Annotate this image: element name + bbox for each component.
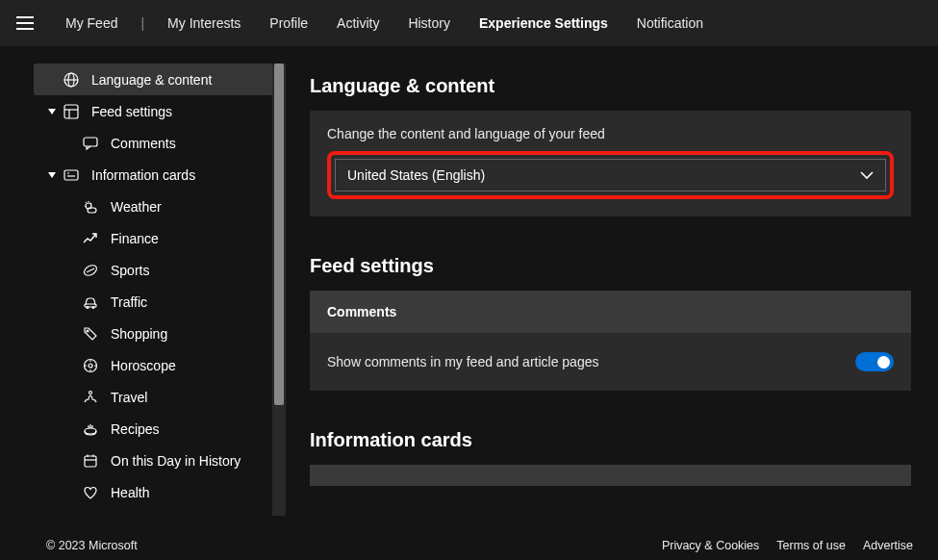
sidebar-item-language-content[interactable]: Language & content	[34, 64, 286, 95]
globe-icon	[63, 71, 80, 89]
sidebar-scrollbar[interactable]	[272, 64, 286, 516]
sidebar-item-label: Information cards	[91, 167, 195, 183]
nav-divider: |	[140, 15, 144, 31]
sidebar-item-traffic[interactable]: Traffic	[34, 286, 286, 318]
feed-settings-panel: Comments Show comments in my feed and ar…	[310, 291, 911, 391]
nav-profile[interactable]: Profile	[262, 12, 316, 35]
footer-link-terms[interactable]: Terms of use	[776, 539, 846, 552]
comments-toggle[interactable]	[855, 352, 894, 371]
footer-links: Privacy & Cookies Terms of use Advertise	[662, 539, 913, 552]
section-title-info-cards: Information cards	[310, 429, 911, 451]
caret-down-icon	[47, 108, 57, 115]
calendar-icon	[82, 452, 99, 470]
svg-point-29	[85, 428, 96, 434]
sidebar-item-label: Traffic	[111, 294, 147, 310]
sidebar-item-weather[interactable]: Weather	[34, 191, 286, 222]
top-nav: My Feed | My Interests Profile Activity …	[0, 0, 938, 46]
nav-my-interests[interactable]: My Interests	[160, 12, 248, 35]
language-panel: Change the content and language of your …	[310, 111, 911, 216]
sidebar-item-label: Weather	[111, 199, 162, 215]
sidebar-item-label: On this Day in History	[111, 453, 241, 469]
sidebar-item-label: Language & content	[91, 72, 212, 88]
svg-rect-7	[64, 105, 78, 118]
comments-toggle-label: Show comments in my feed and article pag…	[327, 354, 598, 369]
svg-rect-33	[85, 456, 96, 467]
sidebar-item-horoscope[interactable]: Horoscope	[34, 349, 286, 381]
language-dropdown-highlight: United States (English)	[327, 151, 894, 199]
sidebar-item-travel[interactable]: Travel	[34, 381, 286, 413]
sidebar-item-label: Feed settings	[91, 104, 172, 119]
sidebar: Language & content Feed settings Comment…	[0, 46, 289, 531]
section-title-feed: Feed settings	[310, 255, 911, 277]
svg-marker-11	[48, 172, 56, 178]
feed-subheader-comments: Comments	[310, 291, 911, 333]
sidebar-item-on-this-day[interactable]: On this Day in History	[34, 445, 286, 476]
nav-activity[interactable]: Activity	[329, 12, 387, 35]
svg-line-17	[87, 268, 94, 272]
sidebar-item-recipes[interactable]: Recipes	[34, 413, 286, 445]
sidebar-item-label: Finance	[111, 231, 159, 246]
traffic-icon	[82, 293, 99, 311]
caret-down-icon	[47, 171, 57, 179]
sidebar-item-label: Recipes	[111, 421, 160, 437]
nav-my-feed[interactable]: My Feed	[58, 12, 125, 35]
sidebar-item-information-cards[interactable]: Information cards	[34, 159, 286, 191]
comments-toggle-row: Show comments in my feed and article pag…	[310, 333, 911, 391]
nav-history[interactable]: History	[400, 12, 458, 35]
footer-link-advertise[interactable]: Advertise	[863, 539, 913, 552]
svg-rect-10	[84, 138, 97, 146]
svg-point-21	[87, 330, 89, 332]
footer-copyright: © 2023 Microsoft	[46, 539, 138, 552]
cards-icon	[63, 166, 80, 184]
hamburger-icon[interactable]	[12, 10, 38, 37]
main-content: Language & content Change the content an…	[289, 46, 938, 531]
nav-experience-settings[interactable]: Experience Settings	[471, 12, 616, 35]
dropdown-selected-value: United States (English)	[347, 167, 485, 183]
health-icon	[82, 484, 99, 501]
svg-rect-12	[64, 170, 78, 180]
sidebar-item-comments[interactable]: Comments	[34, 127, 286, 159]
horoscope-icon	[82, 357, 99, 374]
sidebar-item-feed-settings[interactable]: Feed settings	[34, 95, 286, 127]
svg-marker-6	[48, 109, 56, 115]
info-cards-panel	[310, 465, 911, 486]
svg-point-23	[89, 364, 92, 368]
language-dropdown[interactable]: United States (English)	[335, 159, 886, 191]
sidebar-item-label: Horoscope	[111, 358, 176, 373]
svg-point-28	[89, 391, 92, 394]
footer: © 2023 Microsoft Privacy & Cookies Terms…	[0, 531, 938, 560]
nav-notification[interactable]: Notification	[629, 12, 711, 35]
comment-icon	[82, 135, 99, 152]
weather-icon	[82, 198, 99, 216]
sidebar-item-label: Sports	[111, 263, 149, 278]
recipes-icon	[82, 420, 99, 438]
sidebar-item-health[interactable]: Health	[34, 476, 286, 508]
section-title-language: Language & content	[310, 75, 911, 97]
travel-icon	[82, 389, 99, 406]
footer-link-privacy[interactable]: Privacy & Cookies	[662, 539, 759, 552]
layout-icon	[63, 103, 80, 120]
sidebar-item-sports[interactable]: Sports	[34, 254, 286, 286]
shopping-icon	[82, 325, 99, 343]
sidebar-item-label: Travel	[111, 390, 147, 405]
sidebar-item-finance[interactable]: Finance	[34, 222, 286, 254]
sidebar-item-label: Shopping	[111, 326, 167, 342]
scrollbar-thumb[interactable]	[274, 64, 284, 405]
sidebar-item-shopping[interactable]: Shopping	[34, 318, 286, 349]
sidebar-item-label: Health	[111, 485, 149, 500]
sports-icon	[82, 262, 99, 279]
finance-icon	[82, 230, 99, 247]
language-desc: Change the content and language of your …	[327, 126, 894, 141]
sidebar-item-label: Comments	[111, 136, 176, 151]
chevron-down-icon	[860, 167, 874, 183]
